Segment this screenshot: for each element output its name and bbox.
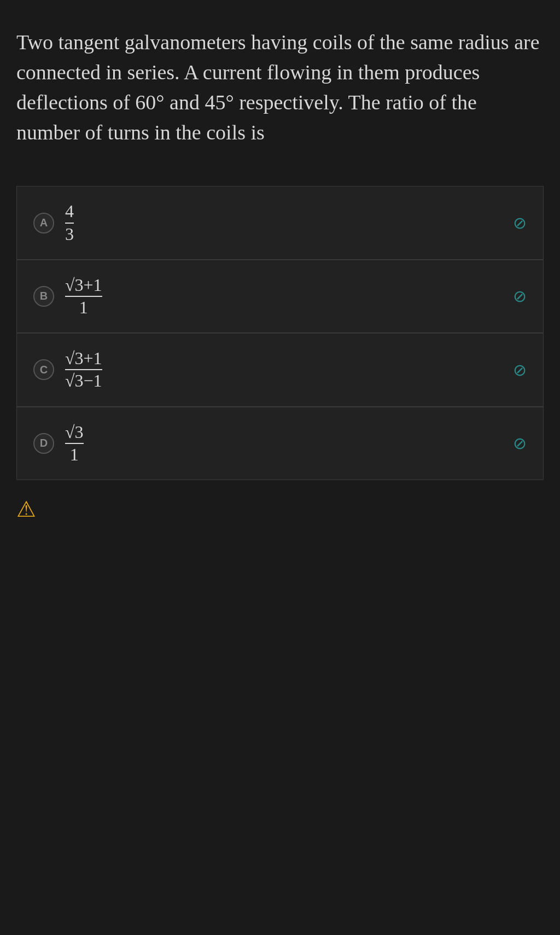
option-b[interactable]: B √3+1 1 ⊘	[16, 260, 544, 333]
option-c-icon: ⊘	[513, 360, 527, 379]
question-container: Two tangent galvanometers having coils o…	[16, 22, 544, 153]
question-text: Two tangent galvanometers having coils o…	[16, 22, 544, 153]
option-a-content: 4 3	[65, 202, 74, 243]
option-d-label: D	[33, 433, 54, 454]
option-c-content: √3+1 √3−1	[65, 349, 102, 390]
option-d-icon: ⊘	[513, 434, 527, 453]
option-a[interactable]: A 4 3 ⊘	[16, 186, 544, 259]
option-b-content: √3+1 1	[65, 276, 102, 317]
option-a-icon: ⊘	[513, 213, 527, 232]
warning-icon: ⚠	[16, 497, 36, 522]
warning-container: ⚠	[16, 496, 544, 522]
option-c-label: C	[33, 359, 54, 380]
option-b-icon: ⊘	[513, 287, 527, 306]
option-d-content: √3 1	[65, 423, 84, 464]
option-a-label: A	[33, 213, 54, 233]
option-d[interactable]: D √3 1 ⊘	[16, 407, 544, 480]
option-c[interactable]: C √3+1 √3−1 ⊘	[16, 333, 544, 406]
option-b-label: B	[33, 286, 54, 307]
options-container: A 4 3 ⊘ B √3+1 1 ⊘	[16, 186, 544, 480]
